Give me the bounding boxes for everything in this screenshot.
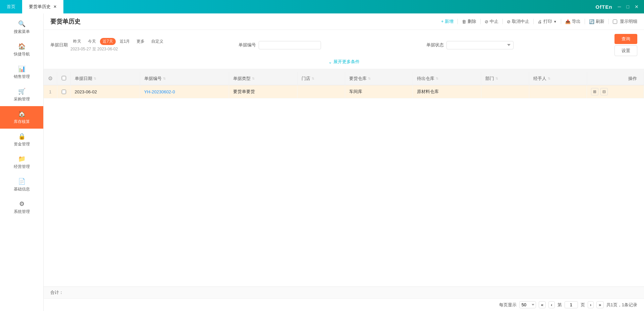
delete-button[interactable]: 🗑 删除: [462, 18, 476, 25]
print-label: 打印: [543, 18, 552, 25]
show-detail-label: 显示明细: [620, 18, 637, 25]
toolbar: + 新增 🗑 删除 ⊘ 中止 ⊘ 取消中止 🖨: [441, 18, 637, 25]
sidebar-item-inventory-calc[interactable]: 🏠 库存核算: [0, 106, 43, 129]
th-bill-type[interactable]: 单据类型 ⇅: [229, 72, 297, 85]
date-btn-custom[interactable]: 自定义: [149, 38, 166, 45]
expand-more-btn[interactable]: ⌄ 展开更多条件: [50, 59, 637, 65]
column-settings-icon[interactable]: ⚙: [48, 76, 53, 81]
filter-area: 单据日期 昨天 今天 近7天 近1月 更多 自定义 2023-05-27 至 2…: [44, 30, 644, 69]
row-more-icon[interactable]: ⊟: [600, 88, 608, 95]
th-bill-no[interactable]: 单据编号 ⇅: [140, 72, 229, 85]
sort-icon-store: ⇅: [312, 77, 314, 80]
divider-2: [480, 19, 481, 24]
sidebar-item-basic-info[interactable]: 📄 基础信息: [0, 174, 43, 196]
th-handler-label: 经手人: [533, 76, 546, 82]
table-header-row: ⚙ 单据日期 ⇅ 单据编号: [44, 72, 644, 85]
row-operation: ⊞ ⊟: [587, 85, 644, 98]
row-checkbox[interactable]: [62, 90, 66, 94]
sidebar-item-operations-mgmt[interactable]: 📁 经营管理: [0, 151, 43, 174]
th-settings[interactable]: ⚙: [44, 72, 57, 85]
refresh-button[interactable]: 🔄 刷新: [589, 18, 604, 25]
row-num: 1: [44, 85, 57, 98]
minimize-icon[interactable]: ─: [618, 4, 621, 9]
data-table: ⚙ 单据日期 ⇅ 单据编号: [44, 72, 644, 98]
th-department[interactable]: 部门 ⇅: [481, 72, 529, 85]
first-page-button[interactable]: «: [539, 301, 546, 308]
row-pending-warehouse: 原材料仓库: [413, 85, 481, 98]
th-req-warehouse-label: 要货仓库: [349, 76, 367, 82]
setting-button[interactable]: 设置: [614, 45, 637, 56]
print-icon: 🖨: [538, 19, 542, 24]
page-go-label: 第: [557, 302, 562, 308]
divider-5: [561, 19, 561, 24]
print-button[interactable]: 🖨 打印 ▼: [538, 18, 557, 25]
refresh-icon: 🔄: [589, 19, 594, 24]
summary-label: 合计：: [50, 290, 63, 296]
maximize-icon[interactable]: □: [627, 4, 629, 9]
tab-home[interactable]: 首页: [0, 0, 22, 13]
sidebar-item-system-mgmt[interactable]: ⚙ 系统管理: [0, 196, 43, 219]
show-detail-checkbox[interactable]: [613, 19, 617, 24]
bill-no-input[interactable]: [259, 41, 321, 49]
close-icon[interactable]: ✕: [53, 4, 57, 9]
search-menu-icon: 🔍: [18, 20, 25, 28]
window-close-icon[interactable]: ✕: [635, 4, 639, 9]
date-btn-yesterday[interactable]: 昨天: [70, 38, 84, 45]
th-store[interactable]: 门店 ⇅: [297, 72, 345, 85]
date-btn-more[interactable]: 更多: [134, 38, 147, 45]
bill-status-select[interactable]: [446, 41, 514, 49]
bill-no-link[interactable]: YH-20230602-0: [144, 89, 175, 94]
th-pending-warehouse[interactable]: 待出仓库 ⇅: [413, 72, 481, 85]
date-btn-today[interactable]: 今天: [85, 38, 99, 45]
sidebar-item-operations-mgmt-label: 经营管理: [14, 164, 30, 170]
th-bill-type-label: 单据类型: [233, 76, 251, 82]
th-req-warehouse[interactable]: 要货仓库 ⇅: [345, 72, 413, 85]
stop-button[interactable]: ⊘ 中止: [485, 18, 498, 25]
th-handler[interactable]: 经手人 ⇅: [529, 72, 587, 85]
sort-icon-pending-warehouse: ⇅: [436, 77, 438, 80]
sort-icon-req-warehouse: ⇅: [368, 77, 371, 80]
th-department-label: 部门: [485, 76, 494, 82]
sales-mgmt-icon: 📊: [18, 65, 25, 73]
page-size-select[interactable]: 10 20 50 100: [519, 301, 536, 308]
next-page-button[interactable]: ›: [588, 301, 594, 308]
th-bill-date[interactable]: 单据日期 ⇅: [70, 72, 140, 85]
row-bill-type: 要货单要货: [229, 85, 297, 98]
table-area: ⚙ 单据日期 ⇅ 单据编号: [44, 72, 644, 286]
sidebar-item-search-menu[interactable]: 🔍 搜索菜单: [0, 16, 43, 39]
row-view-icon[interactable]: ⊞: [591, 88, 598, 95]
top-bar-right: OfTEn ─ □ ✕: [596, 4, 644, 10]
sidebar-item-quick-nav-label: 快捷导航: [14, 51, 30, 57]
query-button[interactable]: 查询: [614, 34, 637, 44]
sidebar-item-purchase-mgmt[interactable]: 🛒 采购管理: [0, 84, 43, 106]
bill-no-filter-group: 单据编号: [238, 41, 420, 49]
export-button[interactable]: 📤 导出: [565, 18, 581, 25]
sidebar-item-quick-nav[interactable]: 🏠 快捷导航: [0, 39, 43, 61]
row-department: [481, 85, 529, 98]
sidebar-item-inventory-calc-label: 库存核算: [14, 119, 30, 125]
sidebar-item-sales-mgmt-label: 销售管理: [14, 74, 30, 80]
last-page-button[interactable]: »: [596, 301, 603, 308]
date-btn-last1month[interactable]: 近1月: [117, 38, 133, 45]
prev-page-button[interactable]: ‹: [548, 301, 554, 308]
cancel-stop-label: 取消中止: [512, 18, 529, 25]
tab-requisition-history[interactable]: 要货单历史 ✕: [22, 0, 63, 13]
sidebar-item-finance-mgmt[interactable]: 🔒 资金管理: [0, 129, 43, 151]
date-btn-last7days[interactable]: 近7天: [100, 38, 116, 45]
new-button[interactable]: + 新增: [441, 18, 453, 25]
select-all-checkbox[interactable]: [62, 76, 66, 80]
table-row: 1 2023-06-02 YH-20230602-0 要货单要货 车间库: [44, 85, 644, 98]
quick-nav-icon: 🏠: [18, 43, 25, 50]
divider-6: [585, 19, 585, 24]
date-filter-buttons-group: 昨天 今天 近7天 近1月 更多 自定义 2023-05-27 至 2023-0…: [70, 38, 166, 52]
stop-label: 中止: [490, 18, 498, 25]
often-logo: OfTEn: [596, 4, 612, 10]
page-input[interactable]: [565, 301, 578, 308]
export-label: 导出: [572, 18, 581, 25]
cancel-stop-button[interactable]: ⊘ 取消中止: [507, 18, 529, 25]
page-header: 要货单历史 + 新增 🗑 删除 ⊘ 中止 ⊘ 取消中止: [44, 13, 644, 30]
top-bar: 首页 要货单历史 ✕ OfTEn ─ □ ✕: [0, 0, 644, 13]
tab-home-label: 首页: [7, 4, 15, 10]
show-detail-button[interactable]: 显示明细: [613, 18, 637, 25]
sidebar-item-sales-mgmt[interactable]: 📊 销售管理: [0, 61, 43, 84]
